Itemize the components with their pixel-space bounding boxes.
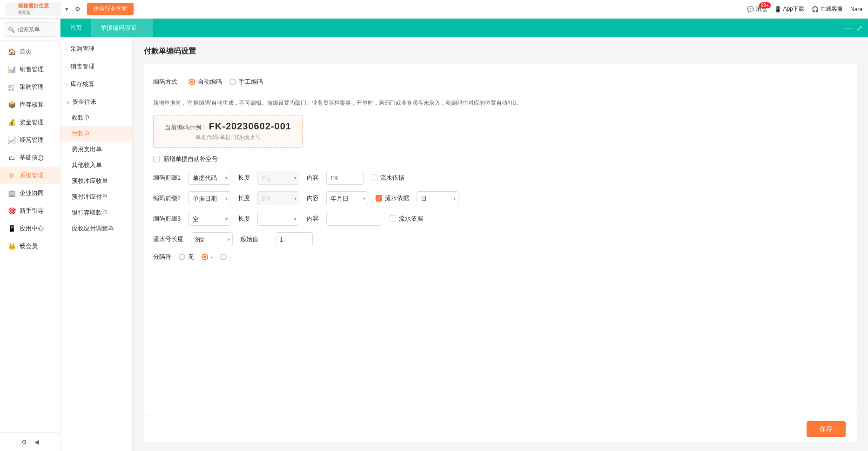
sidebar-item-home[interactable]: 🏠 首页: [0, 43, 60, 61]
app-download-button[interactable]: 📱 App下载: [774, 5, 804, 13]
start-label: 起始值: [240, 235, 268, 243]
sep-dash-label: ·: [229, 254, 231, 261]
message-icon: 💬: [747, 6, 754, 13]
online-service-button[interactable]: 🎧 在线客服: [812, 5, 843, 13]
sidebar-bottom: ⚙ ◀: [0, 432, 60, 451]
user-menu[interactable]: Nare: [850, 6, 862, 13]
separator-row: 分隔符 无 · ·: [153, 253, 848, 261]
home-icon: 🏠: [7, 47, 16, 56]
arrow-purchase: ›: [66, 47, 67, 52]
sep-dash-option[interactable]: ·: [220, 254, 231, 261]
auto-fill-label: 新增单据自动补空号: [163, 155, 218, 163]
sidebar-item-enterprise[interactable]: 🏢 企业协同: [0, 184, 60, 202]
content-layout: › 采购管理 › 销售管理 › 库存核算: [61, 37, 868, 451]
sub-item-bank[interactable]: 银行存取款单: [61, 205, 132, 221]
prefix2-select[interactable]: 单据日期: [188, 191, 230, 205]
sidebar-item-system[interactable]: ⚙ 系统管理: [0, 167, 60, 184]
sidebar-item-member[interactable]: 👑 畅会员: [0, 237, 60, 255]
sep-none-radio[interactable]: [179, 254, 185, 260]
tab-home[interactable]: 首页: [61, 19, 91, 37]
sidebar-item-purchase[interactable]: 🛒 采购管理: [0, 78, 60, 96]
start-value-input[interactable]: 1: [276, 232, 313, 246]
sub-item-pre-payment[interactable]: 预付冲应付单: [61, 189, 132, 205]
arrow-sales: ›: [66, 64, 67, 69]
manual-code-radio[interactable]: [229, 79, 236, 85]
sidebar-item-inventory[interactable]: 📦 库存核算: [0, 96, 60, 114]
enterprise-icon: 🏢: [7, 189, 16, 197]
content1-label: 内容: [307, 174, 319, 182]
length3-select[interactable]: [257, 212, 299, 226]
tab-encoding-settings[interactable]: 单据编码设置 ×: [91, 19, 153, 37]
minimize-icon[interactable]: —: [845, 24, 853, 32]
sub-group-purchase-title[interactable]: › 采购管理: [61, 41, 132, 57]
settings-icon[interactable]: ⚙: [72, 4, 83, 15]
collapse-sidebar-button[interactable]: ◀: [33, 437, 41, 447]
sidebar-item-operations[interactable]: 📈 经营管理: [0, 131, 60, 149]
auto-fill-checkbox[interactable]: [153, 156, 160, 162]
length1-select[interactable]: 2位: [257, 171, 299, 185]
search-menu-button[interactable]: 🔍 搜索菜单: [4, 22, 56, 37]
separator-options: 无 · ·: [179, 253, 231, 261]
encoding-radio-group: 自动编码 手工编码: [188, 78, 263, 86]
sep-dot-option[interactable]: ·: [202, 254, 213, 261]
prefix1-select[interactable]: 单据代码: [188, 171, 230, 185]
sub-item-other-income[interactable]: 其他收入单: [61, 157, 132, 173]
sub-group-sales-title[interactable]: › 销售管理: [61, 59, 132, 74]
tab-close-icon[interactable]: ×: [141, 25, 144, 31]
manual-code-label: 手工编码: [239, 78, 263, 86]
length1-label: 长度: [238, 174, 250, 182]
day-select[interactable]: 日 月 年: [417, 191, 458, 205]
prefix2-select-wrapper: 单据日期 ▾: [188, 191, 230, 205]
trial-button[interactable]: 体验行业方案: [87, 3, 134, 15]
content1-input[interactable]: [326, 171, 363, 185]
settings-bottom-button[interactable]: ⚙: [20, 437, 29, 447]
auto-code-option[interactable]: 自动编码: [188, 78, 222, 86]
top-bar-right: 💬 消息 99+ 📱 App下载 🎧 在线客服 Nare: [747, 5, 862, 13]
sep-none-option[interactable]: 无: [179, 253, 194, 261]
sidebar-item-basic[interactable]: 🗂 基础信息: [0, 149, 60, 167]
length2-select[interactable]: 8位: [257, 191, 299, 205]
stream3-checkbox[interactable]: [390, 215, 396, 222]
stream1-checkbox[interactable]: [371, 175, 377, 181]
content2-select[interactable]: 年月日: [326, 191, 368, 205]
stream1-checkbox-item: 流水依据: [371, 174, 404, 182]
sub-item-expense[interactable]: 费用支出单: [61, 141, 132, 157]
stream2-checkbox-item: ✓ 流水依据: [376, 194, 409, 202]
sub-item-receipt[interactable]: 收款单: [61, 110, 132, 126]
sub-group-purchase: › 采购管理: [61, 41, 132, 57]
message-button[interactable]: 💬 消息 99+: [747, 5, 767, 13]
stream2-checkbox[interactable]: ✓: [376, 195, 382, 202]
sub-group-funds-title[interactable]: ∨ 资金往来: [61, 94, 132, 110]
inventory-icon: 📦: [7, 101, 16, 109]
sep-dot-radio[interactable]: [202, 254, 208, 260]
sidebar-item-guide[interactable]: 🎯 新手引导: [0, 202, 60, 220]
left-sidebar: 🔍 搜索菜单 🏠 首页 📊 销售管理 🛒 采购管理 📦 库存核算 💰: [0, 19, 61, 451]
content-card: 编码方式 自动编码 手工编码: [144, 64, 857, 416]
logo-text: 畅捷通好生意搭配版: [18, 2, 49, 16]
sidebar-item-sales[interactable]: 📊 销售管理: [0, 61, 60, 78]
sidebar-item-app-center[interactable]: 📱 应用中心: [0, 220, 60, 237]
sales-icon: 📊: [7, 65, 16, 74]
expand-icon[interactable]: ⤢: [856, 24, 862, 33]
prefix3-select[interactable]: 空: [188, 212, 230, 226]
sub-item-adjust[interactable]: 应收应付调整单: [61, 221, 132, 236]
mobile-icon: 📱: [774, 6, 781, 13]
sub-item-pre-receipt[interactable]: 预收冲应收单: [61, 173, 132, 189]
system-icon: ⚙: [7, 171, 16, 180]
auto-code-radio[interactable]: [188, 79, 195, 85]
sub-group-sales: › 销售管理: [61, 59, 132, 74]
sep-dash-radio[interactable]: [220, 254, 227, 260]
serial-select[interactable]: 3位 4位 5位: [191, 232, 233, 246]
sidebar-label-guide: 新手引导: [20, 207, 44, 215]
sub-group-inventory-title[interactable]: › 库存核算: [61, 76, 132, 92]
prefix3-label: 编码前缀3: [153, 215, 181, 223]
guide-icon: 🎯: [7, 207, 16, 215]
sub-item-payment[interactable]: 付款单: [61, 126, 132, 141]
sidebar-item-assets[interactable]: 💰 资金管理: [0, 114, 60, 131]
content3-input[interactable]: [326, 212, 382, 226]
page-content: 付款单编码设置 编码方式 自动编码 手工编码: [133, 37, 868, 451]
top-bar-left: 畅捷通好生意搭配版 ▾ ⚙ 体验行业方案: [6, 2, 743, 16]
dropdown-arrow[interactable]: ▾: [65, 6, 68, 13]
save-button[interactable]: 保存: [807, 421, 846, 437]
manual-code-option[interactable]: 手工编码: [229, 78, 263, 86]
